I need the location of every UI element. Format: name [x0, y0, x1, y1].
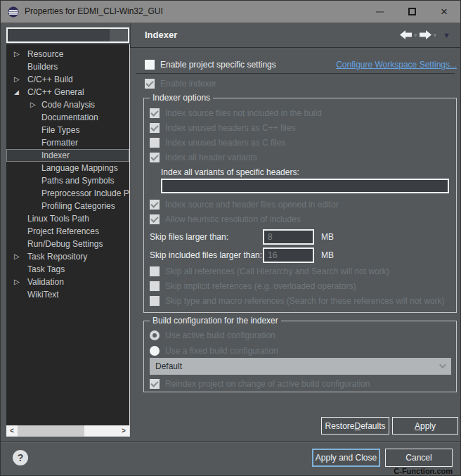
sidebar-item-label: Linux Tools Path	[27, 214, 89, 224]
help-button[interactable]: ?	[13, 450, 28, 465]
sidebar-item-cpp-general[interactable]: C/C++ General	[6, 86, 129, 98]
sidebar-item-preprocessor-include[interactable]: Preprocessor Include Pa	[6, 187, 129, 200]
index-unused-cpp-checkbox	[150, 123, 160, 133]
button-label-part: efaults	[361, 421, 385, 431]
option-row: Index unused headers as C files	[150, 137, 285, 148]
sidebar-item-label: Preprocessor Include Pa	[41, 188, 130, 198]
back-history-caret-icon[interactable]: ▾	[414, 32, 417, 39]
indexer-options-title: Indexer options	[150, 93, 213, 103]
tree-horizontal-scrollbar[interactable]: < >	[6, 425, 130, 437]
enable-project-label: Enable project specific settings	[160, 60, 276, 70]
use-active-config-radio	[150, 330, 160, 340]
scrollbar-thumb[interactable]	[18, 425, 84, 437]
scroll-left-icon[interactable]: <	[6, 425, 18, 437]
chevron-down-icon	[439, 361, 446, 368]
sidebar-item-profiling-categories[interactable]: Profiling Categories	[6, 200, 129, 212]
enable-indexer-checkbox	[145, 79, 155, 89]
sidebar-item-label: C/C++ Build	[27, 75, 73, 84]
option-label: Index source and header files opened in …	[165, 200, 339, 210]
radio-row: Use active build configuration	[150, 330, 275, 341]
sidebar-item-paths-and-symbols[interactable]: Paths and Symbols	[6, 174, 129, 187]
sidebar-item-wikitext[interactable]: WikiText	[6, 288, 129, 301]
sidebar-item-label: Profiling Categories	[41, 201, 115, 211]
sidebar-item-documentation[interactable]: Documentation	[6, 111, 129, 124]
use-fixed-config-radio	[150, 346, 160, 356]
enable-project-checkbox[interactable]	[145, 60, 155, 70]
minimize-button[interactable]	[363, 1, 396, 22]
sidebar-item-resource[interactable]: Resource	[6, 48, 129, 60]
skip-included-label: Skip included files larger than:	[150, 250, 262, 260]
collapse-arrow-icon	[14, 250, 24, 263]
configure-workspace-link[interactable]: Configure Workspace Settings...	[336, 60, 457, 70]
forward-arrow-icon[interactable]	[420, 30, 431, 39]
close-button[interactable]: ×	[428, 1, 460, 22]
option-label: Index unused headers as C files	[165, 138, 285, 148]
enable-indexer-label: Enable indexer	[160, 79, 216, 89]
collapse-arrow-icon	[30, 98, 40, 111]
sidebar-item-project-references[interactable]: Project References	[6, 225, 129, 238]
sidebar-item-cpp-build[interactable]: C/C++ Build	[6, 73, 129, 86]
option-label: Skip type and macro references (Search f…	[165, 296, 445, 306]
sidebar-item-file-types[interactable]: File Types	[6, 124, 129, 136]
option-label: Skip all references (Call Hierarchy and …	[165, 266, 389, 276]
skip-files-label: Skip files larger than:	[150, 232, 228, 242]
sidebar-item-label: C/C++ General	[27, 87, 84, 97]
sidebar-item-indexer[interactable]: Indexer	[6, 149, 129, 162]
scroll-right-icon[interactable]: >	[118, 425, 129, 437]
cancel-button[interactable]: Cancel	[385, 449, 453, 467]
config-select: Default	[150, 358, 451, 375]
sidebar-item-label: Project References	[27, 226, 99, 236]
option-row: Skip type and macro references (Search f…	[150, 295, 445, 307]
sidebar-item-label: Code Analysis	[41, 100, 95, 110]
maximize-icon	[408, 8, 416, 15]
apply-button[interactable]: Apply	[392, 417, 458, 435]
sidebar-item-task-tags[interactable]: Task Tags	[6, 263, 129, 276]
reindex-checkbox	[150, 379, 160, 389]
view-menu-icon[interactable]: ▼	[443, 31, 450, 39]
properties-tree: Resource Builders C/C++ Build C/C++ Gene…	[6, 44, 130, 425]
sidebar-item-label: Paths and Symbols	[41, 176, 114, 186]
use-active-config-label: Use active build configuration	[165, 330, 275, 340]
specific-headers-input[interactable]	[161, 179, 449, 193]
sidebar-item-language-mappings[interactable]: Language Mappings	[6, 162, 129, 174]
header-separator	[130, 47, 460, 48]
skip-files-input	[263, 229, 314, 245]
sidebar-item-builders[interactable]: Builders	[6, 60, 129, 73]
sidebar-item-label: Indexer	[41, 150, 70, 160]
option-row: Index unused headers as C++ files	[150, 122, 295, 134]
button-label-part: Restore	[325, 421, 354, 431]
forward-history-caret-icon[interactable]: ▾	[434, 32, 437, 39]
skip-implicit-references-checkbox	[150, 281, 160, 291]
skip-all-references-checkbox	[150, 266, 160, 276]
sidebar-item-code-analysis[interactable]: Code Analysis	[6, 98, 129, 111]
button-mnemonic: A	[415, 421, 420, 431]
option-row: Reindex project on change of active buil…	[150, 378, 370, 390]
specific-headers-label: Index all variants of specific headers:	[161, 167, 299, 177]
sidebar-item-formatter[interactable]: Formatter	[6, 136, 129, 149]
build-config-group: Build configuration for the indexer Use …	[143, 321, 457, 392]
filter-input[interactable]	[6, 27, 129, 43]
collapse-arrow-icon	[14, 276, 24, 288]
sidebar-item-task-repository[interactable]: Task Repository	[6, 250, 129, 263]
skip-files-row: Skip files larger than:	[150, 229, 228, 245]
sidebar-item-label: Language Mappings	[41, 163, 118, 173]
back-arrow-icon[interactable]	[400, 30, 412, 39]
apply-and-close-button[interactable]: Apply and Close	[312, 449, 380, 467]
index-all-variants-checkbox	[150, 153, 160, 162]
index-source-files-checkbox	[150, 108, 160, 118]
option-label: Skip implicit references (e.g. overloade…	[165, 281, 356, 291]
maximize-button[interactable]	[396, 1, 428, 22]
footer-separator-highlight	[1, 442, 460, 443]
sidebar-item-run-debug-settings[interactable]: Run/Debug Settings	[6, 238, 129, 250]
sidebar-item-linux-tools-path[interactable]: Linux Tools Path	[6, 212, 129, 225]
option-row: Index all header variants	[150, 152, 257, 163]
sidebar-item-label: Formatter	[41, 138, 78, 148]
sidebar-item-label: Documentation	[41, 112, 98, 122]
use-fixed-config-label: Use a fixed build configuration	[165, 346, 278, 356]
sidebar-item-validation[interactable]: Validation	[6, 276, 129, 288]
minimize-icon	[376, 11, 384, 13]
sidebar-item-label: Builders	[27, 62, 58, 72]
build-config-title: Build configuration for the indexer	[150, 316, 281, 326]
titlebar: Properties for EDMI_CLI-Win32_GUI ×	[1, 1, 460, 23]
restore-defaults-button[interactable]: Restore Defaults	[321, 417, 389, 435]
